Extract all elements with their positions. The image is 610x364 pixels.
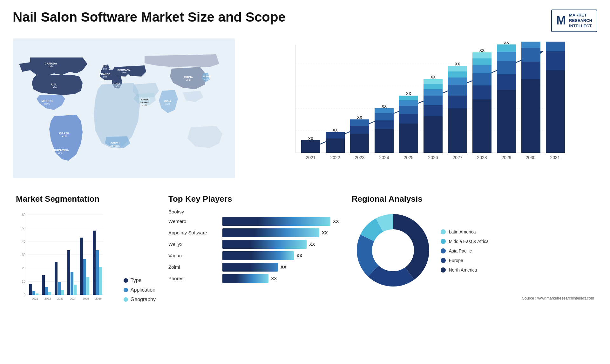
player-row-phorest: Phorest XX (168, 274, 339, 283)
bar-chart-svg: XX XX XX XX (261, 42, 591, 175)
svg-text:xx%: xx% (51, 86, 57, 89)
svg-rect-84 (497, 74, 516, 90)
donut-chart-wrap (352, 209, 434, 293)
svg-text:xx%: xx% (48, 65, 53, 68)
svg-rect-136 (67, 250, 70, 295)
page-container: Nail Salon Software Market Size and Scop… (0, 0, 610, 364)
svg-rect-81 (472, 52, 491, 58)
legend-dot-type (124, 278, 128, 283)
svg-rect-52 (375, 120, 394, 129)
top-section: CANADA xx% U.S. xx% MEXICO xx% BRAZIL xx… (13, 38, 597, 185)
svg-rect-48 (350, 126, 369, 134)
svg-text:xx%: xx% (121, 71, 126, 74)
svg-rect-141 (83, 259, 86, 295)
svg-rect-130 (48, 292, 51, 295)
segmentation-section: Market Segmentation (13, 194, 159, 331)
dot-middle-east-africa (441, 239, 446, 244)
svg-text:AFRICA: AFRICA (110, 145, 120, 147)
svg-text:2023: 2023 (355, 155, 364, 160)
svg-rect-105 (546, 70, 565, 153)
player-val-zolmi: XX (281, 265, 287, 270)
svg-text:2024: 2024 (379, 155, 389, 160)
segmentation-legend: Type Application Geography (124, 278, 156, 312)
legend-label-type: Type (131, 278, 142, 283)
svg-rect-106 (546, 51, 565, 70)
player-name-zolmi: Zolmi (168, 264, 219, 270)
svg-text:XX: XX (553, 42, 558, 42)
svg-text:2025: 2025 (83, 297, 89, 300)
svg-rect-58 (399, 106, 418, 114)
player-name-phorest: Phorest (168, 276, 219, 281)
player-row-zolmi: Zolmi XX (168, 263, 339, 272)
svg-text:2022: 2022 (330, 155, 340, 160)
svg-rect-140 (80, 238, 83, 295)
logo: M MARKET RESEARCH INTELLECT (551, 10, 597, 32)
svg-rect-125 (32, 291, 35, 295)
player-bar-wrap-wemero: XX (222, 217, 339, 226)
svg-rect-86 (497, 52, 516, 61)
svg-rect-74 (448, 66, 467, 71)
svg-rect-70 (448, 96, 467, 108)
svg-rect-67 (424, 79, 443, 84)
svg-text:2025: 2025 (403, 155, 413, 160)
svg-rect-124 (29, 284, 32, 295)
svg-text:XX: XX (479, 48, 485, 53)
svg-rect-57 (399, 114, 418, 124)
svg-rect-85 (497, 61, 516, 74)
player-name-wemero: Wemero (168, 219, 219, 224)
svg-text:xx%: xx% (186, 78, 191, 82)
dot-latin-america (441, 229, 446, 234)
source-text: Source : www.marketresearchintellect.com (352, 296, 594, 300)
svg-rect-142 (86, 277, 89, 295)
player-bar-appointy (222, 228, 319, 237)
bottom-section: Market Segmentation (13, 194, 597, 331)
player-bar-vagaro (222, 251, 294, 260)
svg-rect-73 (448, 71, 467, 78)
player-bar-phorest (222, 274, 268, 283)
svg-rect-87 (497, 44, 516, 52)
regional-section: Regional Analysis (349, 194, 597, 331)
svg-text:xx%: xx% (58, 152, 63, 155)
svg-text:2022: 2022 (44, 297, 51, 300)
svg-rect-71 (448, 85, 467, 96)
legend-label-application: Application (131, 287, 155, 293)
svg-rect-144 (93, 231, 96, 295)
svg-rect-49 (350, 119, 369, 126)
svg-text:xx%: xx% (102, 75, 107, 78)
svg-text:SOUTH: SOUTH (111, 142, 119, 145)
player-name-booksy: Booksy (168, 209, 219, 214)
svg-rect-59 (399, 100, 418, 106)
label-europe: Europe (449, 258, 463, 263)
svg-rect-79 (472, 65, 491, 73)
regional-chart-area: Latin America Middle East & Africa Asia … (352, 209, 594, 293)
svg-text:ARABIA: ARABIA (139, 101, 149, 104)
player-val-wellyx: XX (309, 242, 315, 247)
svg-text:2030: 2030 (525, 155, 535, 160)
player-row-appointy: Appointy Software XX (168, 228, 339, 237)
segmentation-chart: 0 10 20 30 40 50 60 2021 (16, 209, 105, 311)
svg-text:10: 10 (22, 280, 26, 283)
dot-asia-pacific (441, 248, 446, 253)
svg-text:50: 50 (22, 226, 26, 230)
svg-rect-132 (55, 262, 58, 295)
player-name-wellyx: Wellyx (168, 241, 219, 247)
svg-text:XX: XX (528, 42, 533, 42)
player-bar-wellyx (222, 240, 307, 249)
svg-text:60: 60 (22, 213, 26, 217)
svg-rect-44 (326, 138, 345, 153)
svg-text:xx%: xx% (62, 135, 67, 138)
player-val-phorest: XX (271, 276, 277, 281)
world-map: CANADA xx% U.S. xx% MEXICO xx% BRAZIL xx… (13, 38, 235, 185)
svg-text:2021: 2021 (32, 297, 38, 300)
logo-text: MARKET RESEARCH INTELLECT (569, 13, 592, 29)
legend-application: Application (124, 287, 156, 293)
player-bar-wrap-appointy: XX (222, 228, 339, 237)
svg-rect-60 (399, 96, 418, 100)
dot-europe (441, 258, 446, 263)
svg-rect-78 (472, 73, 491, 85)
regional-title: Regional Analysis (352, 194, 594, 204)
svg-rect-69 (448, 108, 467, 153)
segmentation-title: Market Segmentation (16, 194, 156, 204)
svg-text:2026: 2026 (95, 297, 102, 300)
svg-text:xx%: xx% (101, 82, 105, 84)
